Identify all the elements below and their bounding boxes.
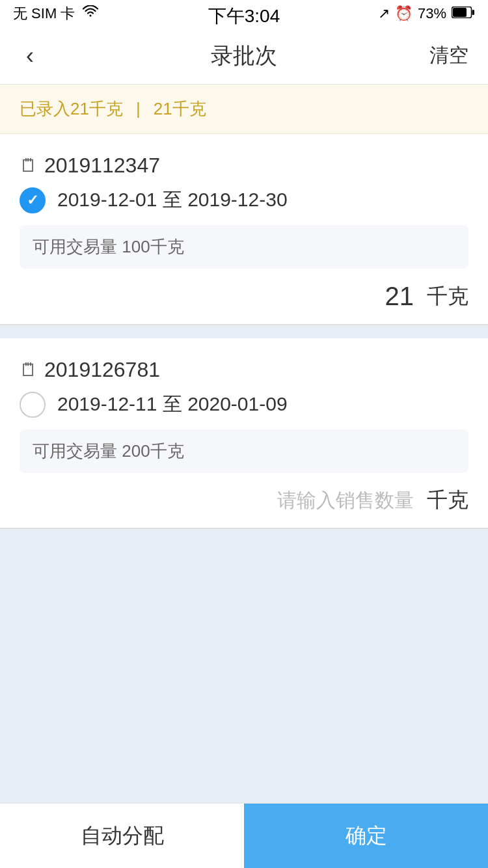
info-value: 21千克 [154,98,206,120]
svg-rect-1 [453,8,467,17]
alarm-icon: ⏰ [395,5,413,22]
batch-icon-2: 🗒 [20,359,38,381]
battery-label: 73% [418,5,446,22]
quantity-row-1: 21 千克 [0,269,488,325]
bottom-bar: 自动分配 确定 [0,803,488,868]
battery-icon [452,5,475,22]
status-left: 无 SIM 卡 [13,4,100,23]
batch-date-1: 2019-12-01 至 2019-12-30 [57,187,288,213]
batch-id-1: 2019112347 [44,154,160,178]
empty-area [0,529,488,815]
batch-date-2: 2019-12-11 至 2020-01-09 [57,391,288,418]
batch-card-2: 🗒 2019126781 2019-12-11 至 2020-01-09 可用交… [0,338,488,473]
section-separator [0,325,488,338]
nav-title: 录批次 [211,41,277,71]
back-button[interactable]: ‹ [20,36,40,76]
nav-bar: ‹ 录批次 清空 [0,27,488,85]
batch-id-2: 2019126781 [44,358,160,382]
confirm-button[interactable]: 确定 [244,804,488,868]
location-icon: ↗ [378,5,390,22]
batch-date-row-1: 2019-12-01 至 2019-12-30 [20,187,468,213]
auto-distribute-button[interactable]: 自动分配 [0,804,244,868]
radio-button-1[interactable] [20,187,46,213]
batch-available-1: 可用交易量 100千克 [20,225,468,269]
info-banner: 已录入21千克 | 21千克 [0,85,488,134]
carrier-label: 无 SIM 卡 [13,4,75,23]
svg-rect-2 [472,10,475,15]
quantity-input-placeholder[interactable]: 请输入销售数量 [20,487,414,514]
batch-available-2: 可用交易量 200千克 [20,429,468,473]
status-time: 下午3:04 [208,4,280,29]
input-row-2: 请输入销售数量 千克 [0,473,488,529]
batch-header-2: 🗒 2019126781 [20,358,468,382]
quantity-value-1: 21 [385,282,414,311]
batch-date-row-2: 2019-12-11 至 2020-01-09 [20,391,468,418]
info-divider: | [136,99,141,119]
recorded-label: 已录入21千克 [20,98,123,120]
input-unit-2: 千克 [427,486,468,515]
batch-icon-1: 🗒 [20,155,38,176]
radio-button-2[interactable] [20,392,46,418]
status-bar: 无 SIM 卡 下午3:04 ↗ ⏰ 73% [0,0,488,27]
quantity-unit-1: 千克 [427,282,468,311]
status-right: ↗ ⏰ 73% [378,5,475,22]
clear-button[interactable]: 清空 [429,42,468,69]
batch-header-1: 🗒 2019112347 [20,154,468,178]
batch-card-1: 🗒 2019112347 2019-12-01 至 2019-12-30 可用交… [0,134,488,269]
wifi-icon [81,5,100,22]
